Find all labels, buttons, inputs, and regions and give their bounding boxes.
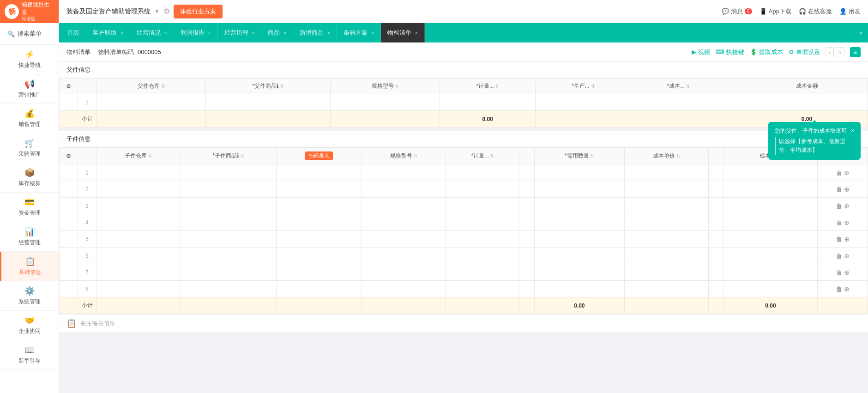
production-cell[interactable] <box>535 94 631 111</box>
prev-arrow[interactable]: ‹ <box>826 47 834 57</box>
sidebar-item-quick-nav[interactable]: ⚡ 快捷导航 <box>0 45 59 74</box>
table-row: 2 🗑⊕ <box>60 181 868 198</box>
tab-close-icon[interactable]: × <box>415 30 418 36</box>
child-goods-1[interactable] <box>181 164 276 181</box>
sidebar-item-operations[interactable]: 📊 经营管理 <box>0 222 59 252</box>
app-download-btn[interactable]: 📱 App下载 <box>760 7 791 16</box>
th-settings[interactable]: ⚙ <box>60 79 78 94</box>
delete-icon[interactable]: 🗑 <box>836 252 842 260</box>
child-warehouse-1[interactable] <box>96 164 181 181</box>
child-th-scan[interactable]: 扫码录入 <box>276 148 362 164</box>
cost-action[interactable]: 💲 提取成本 <box>750 48 783 56</box>
tab-close-icon[interactable]: × <box>164 30 167 36</box>
online-service-btn[interactable]: 🎧 在线客服 <box>799 7 832 16</box>
child-th-warehouse: 子件仓库⇅ <box>96 148 181 164</box>
sidebar-item-inventory[interactable]: 📦 库存核算 <box>0 163 59 193</box>
tab-goods[interactable]: 商品 × <box>261 23 293 42</box>
tab-close-icon[interactable]: × <box>208 30 211 36</box>
parent-goods-cell[interactable] <box>206 94 330 111</box>
sidebar-item-system[interactable]: ⚙️ 系统管理 <box>0 281 59 311</box>
system-dropdown-icon[interactable]: ▼ <box>154 8 160 15</box>
unit-cell[interactable] <box>440 94 536 111</box>
message-badge: 6 <box>745 8 752 14</box>
delete-icon[interactable]: 🗑 <box>836 169 842 176</box>
breadcrumb-item1[interactable]: 物料清单 <box>66 48 90 56</box>
message-btn[interactable]: 💬 消息 6 <box>722 7 752 16</box>
tab-bom[interactable]: 物料清单 × <box>381 23 425 42</box>
delete-icon[interactable]: 🗑 <box>836 236 842 243</box>
video-action[interactable]: ▶ 视频 <box>692 48 710 56</box>
copy-icon[interactable]: ⊕ <box>844 186 850 193</box>
trial-button[interactable]: 体验行业方案 <box>174 5 223 18</box>
tooltip-close-btn[interactable]: × <box>851 127 854 135</box>
sidebar-item-enterprise[interactable]: 🤝 企业协同 <box>0 311 59 340</box>
copy-icon[interactable]: ⊕ <box>844 236 850 243</box>
child-qty-1[interactable] <box>535 164 624 181</box>
shortcut-action[interactable]: ⌨ 快捷键 <box>716 48 744 56</box>
copy-icon[interactable]: ⊕ <box>844 252 850 260</box>
child-amount-1 <box>724 164 818 181</box>
tab-close-icon[interactable]: × <box>252 30 255 36</box>
delete-icon[interactable]: 🗑 <box>836 269 842 276</box>
cost-cell[interactable] <box>631 94 726 111</box>
spec-cell[interactable] <box>330 94 440 111</box>
delete-icon[interactable]: 🗑 <box>836 219 842 226</box>
next-arrow[interactable]: › <box>836 47 844 57</box>
copy-icon[interactable]: ⊕ <box>844 202 850 210</box>
delete-icon[interactable]: 🗑 <box>836 186 842 193</box>
settings-action[interactable]: ⚙ 单据设置 <box>789 48 820 56</box>
child-row-num: 8 <box>78 281 96 297</box>
subtotal-empty6 <box>726 111 746 127</box>
tab-history[interactable]: 经营历程 × <box>218 23 262 42</box>
child-subtotal-amount: 0.00 <box>724 297 818 314</box>
tab-new-goods[interactable]: 新增商品 × <box>293 23 337 42</box>
th-sort <box>726 79 746 94</box>
parent-warehouse-cell[interactable] <box>96 94 206 111</box>
user-menu[interactable]: 👤 用友 <box>839 7 861 16</box>
tab-barcode[interactable]: 条码方案 × <box>337 23 381 42</box>
sidebar-item-sales[interactable]: 💰 销售管理 <box>0 104 59 133</box>
delete-icon[interactable]: 🗑 <box>836 285 842 293</box>
subtotal-qty: 0.00 <box>440 111 536 127</box>
row-settings-cell[interactable] <box>60 94 78 111</box>
tab-operations[interactable]: 经营情况 × <box>130 23 174 42</box>
delete-icon[interactable]: 🗑 <box>836 202 842 210</box>
tab-close-icon[interactable]: × <box>327 30 330 36</box>
finance-icon: 💳 <box>24 197 35 207</box>
document-code: 0000005 <box>138 48 161 55</box>
sidebar-item-purchase[interactable]: 🛒 采购管理 <box>0 133 59 163</box>
tab-profit[interactable]: 利润报告 × <box>174 23 218 42</box>
child-th-unit: *计量...⇅ <box>446 148 519 164</box>
nav-arrows: ‹ › <box>826 47 844 57</box>
sidebar-item-marketing[interactable]: 📢 营销推广 <box>0 74 59 104</box>
close-all-btn[interactable]: × <box>855 30 866 36</box>
tab-customer[interactable]: 客户联络 × <box>86 23 130 42</box>
tab-close-icon[interactable]: × <box>121 30 123 36</box>
th-cost: *成本...⇅ <box>631 79 726 94</box>
tab-close-icon[interactable]: × <box>283 30 286 36</box>
copy-icon[interactable]: ⊕ <box>844 219 850 226</box>
tab-home[interactable]: 首页 <box>61 23 86 42</box>
sidebar-item-basic-info[interactable]: 📋 基础信息 <box>0 252 59 281</box>
sort-icon: ⇅ <box>686 84 690 89</box>
child-th-settings[interactable]: ⚙ <box>60 148 78 164</box>
child-unit-1[interactable] <box>446 164 519 181</box>
sidebar-search-area[interactable]: 🔍 搜索菜单 <box>0 23 59 45</box>
sort-icon: ⇅ <box>676 153 680 158</box>
table-row: 4 🗑⊕ <box>60 214 868 231</box>
child-spec-1[interactable] <box>362 164 446 181</box>
video-icon: ▶ <box>692 48 696 55</box>
sidebar-item-finance[interactable]: 💳 资金管理 <box>0 193 59 222</box>
top-header: 装备及固定资产辅助管理系统 ▼ ⚙ 体验行业方案 💬 消息 6 📱 App下载 … <box>59 0 868 23</box>
th-cost-amount: 成本金额 <box>746 79 868 94</box>
copy-icon[interactable]: ⊕ <box>844 169 850 176</box>
search-menu-button[interactable]: 🔍 搜索菜单 <box>4 27 55 41</box>
sidebar-item-guide[interactable]: 📖 新手引导 <box>0 340 59 370</box>
settings-icon[interactable]: ⚙ <box>163 7 170 16</box>
tab-close-icon[interactable]: × <box>371 30 374 36</box>
copy-icon[interactable]: ⊕ <box>844 285 850 293</box>
copy-icon[interactable]: ⊕ <box>844 269 850 276</box>
list-view-btn[interactable]: ≡ <box>850 47 861 57</box>
sidebar: 畅 畅捷通好生意 标准版 🔍 搜索菜单 ⚡ 快捷导航 📢 营销推广 💰 销售管理… <box>0 0 59 393</box>
scan-input-button[interactable]: 扫码录入 <box>305 151 333 160</box>
